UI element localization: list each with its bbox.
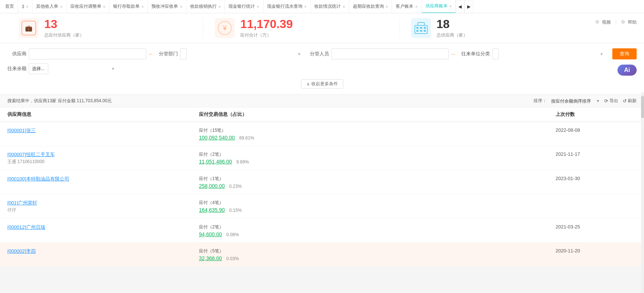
chevron-down-icon: ▼ xyxy=(297,52,301,56)
tx-label-2: 应付（2笔） xyxy=(199,151,452,158)
nav-tab-bank-deposit[interactable]: 银行存取款单 × xyxy=(109,0,148,13)
tx-row-5: 94,600.00 0.08% xyxy=(199,230,452,237)
tx-label-3: 应付（1笔） xyxy=(199,176,452,182)
tx-info-3: 应付（1笔） 258,000.00 0.23% xyxy=(199,176,452,189)
nav-tab-cash-stat-label: 现金银行统计 xyxy=(228,3,255,10)
dept-label: 分管部门 xyxy=(159,51,178,57)
nav-tab-cash-flow-label: 现金银行流水查询 xyxy=(267,3,302,10)
last-pay-6: 2020-11-20 xyxy=(556,248,637,254)
supplier-sub-2: 王通 17106110000 xyxy=(7,159,199,165)
nav-tab-supplier-ledger-label: 供应商账本 xyxy=(426,3,448,9)
close-icon[interactable]: × xyxy=(180,4,182,9)
nav-tab-supplier-ledger[interactable]: 供应商账本 × xyxy=(422,0,456,13)
nav-tab-home[interactable]: 首页 xyxy=(1,0,18,13)
close-icon[interactable]: × xyxy=(218,4,221,9)
close-icon[interactable]: × xyxy=(141,4,144,9)
nav-tab-overdue[interactable]: 超期应收款查询 × xyxy=(349,0,392,13)
category-select[interactable] xyxy=(492,48,499,59)
sort-select[interactable]: 按应付余额倒序排序 xyxy=(551,99,596,104)
close-icon[interactable]: × xyxy=(415,4,417,9)
supplier-name-4[interactable]: [001]广州荣轩 xyxy=(7,200,199,206)
nav-tab-cash-flow[interactable]: 现金银行流水查询 × xyxy=(263,0,311,13)
supplier-info-6: [000002]李四 xyxy=(7,248,199,255)
help-link[interactable]: 帮助 xyxy=(628,19,637,25)
supplier-sub-4: 仔仔 xyxy=(7,207,199,213)
nav-tab-collect-exec[interactable]: 收款核销执行 × xyxy=(186,0,225,13)
scrollbar-track xyxy=(641,92,644,267)
result-summary: 搜索结果中，供应商13家 应付金额 111,703,854.00元 xyxy=(7,98,112,104)
stat-info-1: 13 总应付供应商（家） xyxy=(44,18,84,38)
supplier-name-6[interactable]: [000002]李四 xyxy=(7,248,199,255)
balance-select[interactable]: 选择... xyxy=(29,63,48,74)
nav-tab-3[interactable]: 3 × xyxy=(18,0,32,13)
close-icon[interactable]: × xyxy=(386,4,388,9)
svg-rect-13 xyxy=(424,30,426,32)
supplier-name-3[interactable]: [000100]本特勒油品有限公司 xyxy=(7,176,199,182)
last-pay-date-5: 2021-03-25 xyxy=(556,224,580,230)
tx-row-1: 100,092,540.00 89.61% xyxy=(199,134,452,141)
nav-tab-collect-stat[interactable]: 收款情况统计 × xyxy=(311,0,349,13)
tx-amount-6[interactable]: 32,366.00 xyxy=(199,255,222,261)
video-icon: ⊙ xyxy=(595,19,599,24)
nav-tab-prepay[interactable]: 预收冲应收单 × xyxy=(148,0,186,13)
export-button[interactable]: ⟳ 导出 xyxy=(604,98,618,104)
close-icon[interactable]: × xyxy=(26,4,28,9)
close-icon[interactable]: × xyxy=(60,4,62,9)
close-icon[interactable]: × xyxy=(449,4,452,8)
tx-percent-1: 89.61% xyxy=(239,135,254,141)
svg-rect-8 xyxy=(416,27,419,29)
nav-tab-customer-ledger[interactable]: 客户账本 × xyxy=(392,0,421,13)
refresh-button[interactable]: ↺ 刷新 xyxy=(623,98,637,104)
video-link[interactable]: 视频 xyxy=(602,19,611,25)
svg-text:💼: 💼 xyxy=(25,25,32,32)
nav-tab-cash-stat[interactable]: 现金银行统计 × xyxy=(225,0,263,13)
tx-amount-1[interactable]: 100,092,540.00 xyxy=(199,135,235,141)
close-icon[interactable]: × xyxy=(343,4,345,9)
result-bar-right: 排序： 按应付余额倒序排序 ▼ ⟳ 导出 ↺ 刷新 xyxy=(533,98,637,104)
table-row: [000007]恒旺二手叉车 王通 17106110000 应付（2笔） 11,… xyxy=(0,146,644,170)
svg-rect-11 xyxy=(416,30,419,32)
filter-category: 往来单位分类 ▼ xyxy=(461,48,607,59)
nav-tab-overdue-label: 超期应收款查询 xyxy=(353,3,384,10)
last-pay-2: 2021-11-17 xyxy=(556,151,637,157)
header-right: ⊙ 视频 ｜ ⊙ 帮助 xyxy=(595,18,637,38)
balance-label: 往来余额 xyxy=(7,65,27,72)
scrollbar-thumb[interactable] xyxy=(641,96,644,118)
stat-block-total-payable: ¥ 11,170.39 应付合计（万） xyxy=(203,18,399,38)
person-ellipsis[interactable]: ··· xyxy=(451,51,455,57)
collapse-label: 收起更多条件 xyxy=(311,81,338,87)
nav-prev-arrow[interactable]: ◀ xyxy=(456,0,465,13)
ai-badge-button[interactable]: Ai xyxy=(617,65,637,76)
supplier-info-1: [000001]张三 xyxy=(7,127,199,134)
col-header-empty xyxy=(452,111,556,118)
tx-label-5: 应付（2笔） xyxy=(199,224,452,230)
supplier-name-1[interactable]: [000001]张三 xyxy=(7,127,199,134)
supplier-input[interactable] xyxy=(29,48,146,59)
tx-amount-5[interactable]: 94,600.00 xyxy=(199,231,222,237)
tx-amount-2[interactable]: 11,051,486.00 xyxy=(199,159,232,165)
tx-percent-6: 0.03% xyxy=(226,256,239,261)
tx-amount-3[interactable]: 258,000.00 xyxy=(199,183,225,189)
nav-next-arrow[interactable]: ▶ xyxy=(465,0,473,13)
person-input[interactable] xyxy=(331,48,449,59)
refresh-icon: ↺ xyxy=(623,98,627,104)
supplier-ellipsis[interactable]: ··· xyxy=(148,51,153,57)
dept-select[interactable] xyxy=(180,48,187,59)
table-container: 供应商信息 应付交易信息（占比） 上次付数 [000001]张三 应付（15笔）… xyxy=(0,107,644,267)
last-pay-1: 2022-08-08 xyxy=(556,127,637,133)
stat-icon-2: ¥ xyxy=(214,18,235,38)
close-icon[interactable]: × xyxy=(304,4,307,9)
nav-tab-collect-stat-label: 收款情况统计 xyxy=(314,3,341,10)
last-pay-date-3: 2023-01-30 xyxy=(556,176,580,181)
close-icon[interactable]: × xyxy=(257,4,259,9)
tx-amount-4[interactable]: 164,635.90 xyxy=(199,207,225,213)
nav-tab-other-income[interactable]: 其他收入单 × xyxy=(32,0,66,13)
close-icon[interactable]: × xyxy=(103,4,105,9)
nav-tab-other-income-label: 其他收入单 xyxy=(36,3,58,10)
supplier-name-5[interactable]: [000012]广州贝瑞 xyxy=(7,224,199,231)
nav-tab-ar-adjust[interactable]: 应收应付调整单 × xyxy=(67,0,109,13)
chevron-down-icon-2: ▼ xyxy=(600,52,603,56)
supplier-name-2[interactable]: [000007]恒旺二手叉车 xyxy=(7,151,199,158)
query-button[interactable]: 查询 xyxy=(612,48,637,59)
collapse-button[interactable]: ∧ 收起更多条件 xyxy=(301,79,343,89)
